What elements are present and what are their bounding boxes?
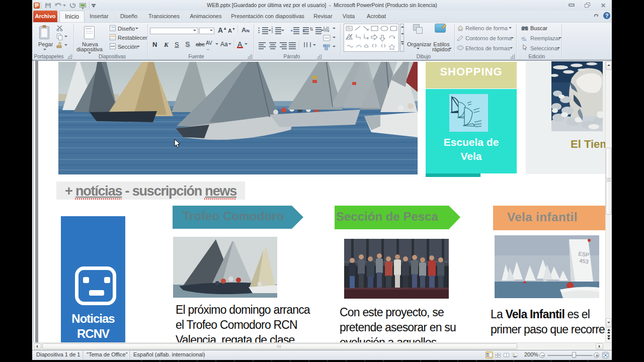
svg-text:ab: ab (521, 36, 525, 40)
svg-text:453: 453 (579, 257, 589, 264)
